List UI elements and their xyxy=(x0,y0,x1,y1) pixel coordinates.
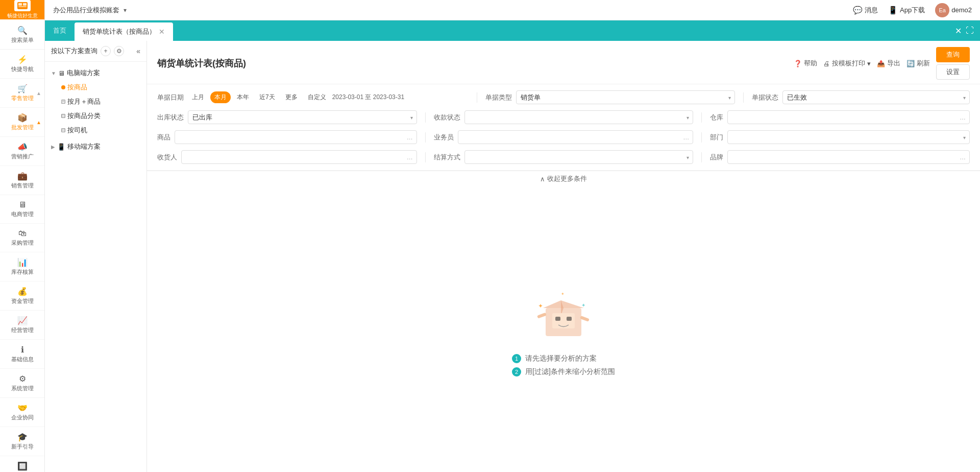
filter-doc-status: 单据状态 已生效 ▾ xyxy=(752,90,970,104)
sidebar-finance-label: 资金管理 xyxy=(11,297,34,305)
out-status-select[interactable]: 已出库 xyxy=(188,110,417,124)
page-actions: ❓ 帮助 🖨 按模板打印 ▾ 📤 导出 🔄 刷新 xyxy=(794,47,970,80)
mobile-group-header[interactable]: ▶ 📱 移动端方案 xyxy=(45,139,146,154)
scheme-item-by-product[interactable]: 按商品 xyxy=(45,80,146,95)
sidebar-item-retail[interactable]: 🛒 零售管理 ▲ xyxy=(0,79,44,108)
settlement-select[interactable] xyxy=(464,150,694,164)
date-filter-buttons: 上月 本月 本年 近7天 更多 自定义 2023-03-01 至 2023-03… xyxy=(188,91,469,103)
sidebar-item-enterprise[interactable]: 🤝 企业协同 xyxy=(0,398,44,427)
sidebar-item-wholesale[interactable]: 📦 批发管理 ▲ xyxy=(0,108,44,137)
sidebar-item-system[interactable]: ⚙ 系统管理 xyxy=(0,369,44,398)
sidebar-item-purchase[interactable]: 🛍 采购管理 xyxy=(0,224,44,252)
window-minimize-icon[interactable]: ✕ xyxy=(955,26,962,36)
print-button[interactable]: 🖨 按模板打印 ▾ xyxy=(823,59,871,68)
pc-group-header[interactable]: ▼ 🖥 电脑端方案 xyxy=(45,66,146,80)
staff-input[interactable] xyxy=(458,130,694,144)
warehouse-input[interactable] xyxy=(727,110,970,124)
user-name: demo2 xyxy=(951,6,972,14)
sidebar-item-finance[interactable]: 💰 资金管理 xyxy=(0,281,44,311)
date-btn-this-year[interactable]: 本年 xyxy=(233,91,253,103)
app-download-action[interactable]: 📱 App下载 xyxy=(888,6,925,15)
app-name: 畅捷信好生意 xyxy=(7,12,38,19)
staff-ellipsis[interactable]: … xyxy=(683,134,689,141)
dept-select[interactable] xyxy=(727,130,970,144)
sidebar-search[interactable]: 🔍 搜索菜单 xyxy=(0,19,44,50)
scheme-collapse-button[interactable]: « xyxy=(136,47,140,55)
refresh-button[interactable]: 🔄 刷新 xyxy=(906,59,930,68)
newbie-icon: 🎓 xyxy=(17,432,28,442)
brand-input[interactable] xyxy=(727,150,970,164)
tab-home[interactable]: 首页 xyxy=(45,20,75,41)
quick-nav-label: 快捷导航 xyxy=(11,65,34,73)
sidebar-system-label: 系统管理 xyxy=(11,385,34,392)
retail-icon: 🛒 xyxy=(17,84,28,93)
date-btn-more[interactable]: 更多 xyxy=(281,91,302,103)
sidebar-item-sales[interactable]: 💼 销售管理 xyxy=(0,166,44,195)
empty-steps: 1 请先选择要分析的方案 2 用[过滤]条件来缩小分析范围 xyxy=(512,354,615,376)
topbar-dropdown[interactable]: ▾ xyxy=(124,7,127,14)
date-btn-custom[interactable]: 自定义 xyxy=(304,91,330,103)
print-dropdown-icon: ▾ xyxy=(867,60,871,67)
date-btn-last-month[interactable]: 上月 xyxy=(188,91,208,103)
product-ellipsis[interactable]: … xyxy=(407,134,413,141)
sidebar-item-inventory[interactable]: 📊 库存核算 xyxy=(0,252,44,281)
step-1-num: 1 xyxy=(512,354,521,363)
receiver-ellipsis[interactable]: … xyxy=(407,154,413,161)
filter-divider-7 xyxy=(425,152,426,162)
query-settings-group: 查询 设置 xyxy=(936,47,970,80)
apps-icon: 🔲 xyxy=(17,461,28,471)
query-button[interactable]: 查询 xyxy=(936,47,970,62)
filter-receive-status: 收款状态 ▾ xyxy=(434,110,694,124)
warehouse-ellipsis[interactable]: … xyxy=(960,114,966,121)
receive-status-select[interactable] xyxy=(464,110,694,124)
date-btn-this-month[interactable]: 本月 xyxy=(210,91,231,103)
sidebar-item-newbie[interactable]: 🎓 新手引导 xyxy=(0,427,44,456)
tab-close-icon[interactable]: ✕ xyxy=(159,28,165,36)
date-filter-label: 单据日期 xyxy=(157,93,184,102)
svg-rect-3 xyxy=(18,6,27,7)
doc-status-select[interactable]: 已生效 xyxy=(782,90,970,104)
sidebar-item-ecommerce[interactable]: 🖥 电商管理 xyxy=(0,195,44,224)
date-btn-last-7-days[interactable]: 近7天 xyxy=(255,91,279,103)
sidebar-item-quick-nav[interactable]: ⚡ 快捷导航 xyxy=(0,50,44,79)
app-logo[interactable]: 畅捷信好生意 xyxy=(0,0,45,19)
scheme-item-by-month-product[interactable]: 月 按月＋商品 xyxy=(45,95,146,109)
window-maximize-icon[interactable]: ⛶ xyxy=(966,26,974,35)
tab-sales-stat[interactable]: 销货单统计表（按商品） ✕ xyxy=(75,22,173,41)
scheme-item-by-category[interactable]: 目 按商品分类 xyxy=(45,109,146,123)
collapse-bar[interactable]: ∧ 收起更多条件 xyxy=(147,171,980,186)
scheme-settings-button[interactable]: ⚙ xyxy=(114,46,124,56)
step-2-text: 用[过滤]条件来缩小分析范围 xyxy=(525,367,615,376)
message-action[interactable]: 💬 消息 xyxy=(853,6,878,15)
dept-control: ▾ xyxy=(727,130,970,144)
scheme-panel: 按以下方案查询 + ⚙ « ▼ 🖥 电脑端方案 xyxy=(45,41,147,472)
doc-type-select[interactable]: 销货单 xyxy=(516,90,734,104)
scheme-add-button[interactable]: + xyxy=(101,46,111,56)
receiver-input[interactable] xyxy=(181,150,417,164)
collapse-arrow-icon: ∧ xyxy=(540,175,545,183)
topbar-industry: 办公用品行业模拟账套 xyxy=(53,6,119,15)
sidebar-wholesale-label: 批发管理 xyxy=(11,124,34,131)
scheme-item-by-cashier[interactable]: 司 按司机 xyxy=(45,123,146,137)
help-button[interactable]: ❓ 帮助 xyxy=(794,59,817,68)
brand-ellipsis[interactable]: … xyxy=(960,154,966,161)
user-menu[interactable]: Ea demo2 xyxy=(935,3,972,17)
sidebar-retail-label: 零售管理 xyxy=(11,95,34,102)
help-label: 帮助 xyxy=(804,59,817,68)
sidebar-marketing-label: 营销推广 xyxy=(11,153,34,160)
filter-row-1: 单据日期 上月 本月 本年 近7天 更多 自定义 2023-03-01 至 20… xyxy=(157,90,970,104)
export-button[interactable]: 📤 导出 xyxy=(877,59,900,68)
product-input[interactable] xyxy=(175,130,417,144)
sidebar-item-marketing[interactable]: 📣 营销推广 xyxy=(0,137,44,166)
sidebar-item-basic[interactable]: ℹ 基础信息 xyxy=(0,340,44,369)
sidebar-nav: 🛒 零售管理 ▲ 📦 批发管理 ▲ 📣 营销推广 💼 销售管理 🖥 电商管理 🛍… xyxy=(0,79,44,472)
filter-warehouse: 仓库 … xyxy=(710,110,970,124)
filter-receiver: 收货人 … xyxy=(157,150,417,164)
sidebar-item-operations[interactable]: 📈 经营管理 xyxy=(0,311,44,340)
settings-button[interactable]: 设置 xyxy=(936,64,970,80)
scheme-tree: ▼ 🖥 电脑端方案 按商品 月 按月＋商品 目 按商品分类 xyxy=(45,62,146,472)
refresh-icon: 🔄 xyxy=(906,60,915,67)
tab-sales-stat-label: 销货单统计表（按商品） xyxy=(83,27,156,36)
sidebar-item-apps[interactable]: 🔲 应用中心 xyxy=(0,456,44,472)
mobile-group-arrow: ▶ xyxy=(51,144,55,150)
